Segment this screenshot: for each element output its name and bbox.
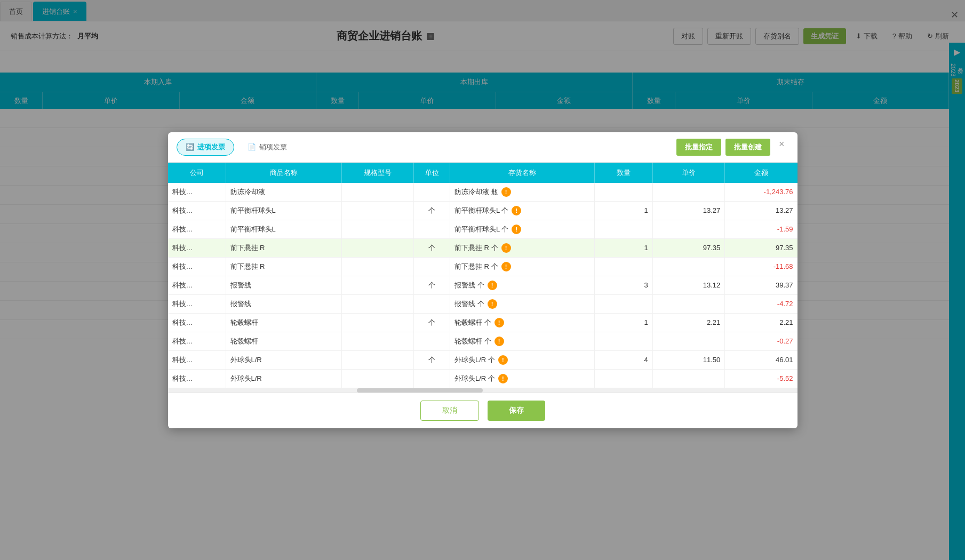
data-cell: 2.21 (652, 313, 725, 332)
data-cell: -11.68 (725, 257, 797, 276)
data-cell: 个 (414, 238, 450, 257)
table-row: 科技…轮毂螺杆个轮毂螺杆 个!12.212.21 (168, 313, 797, 332)
data-cell (652, 257, 725, 276)
data-cell: 4 (595, 350, 653, 369)
data-cell: 个 (414, 276, 450, 294)
data-cell: 13.27 (652, 201, 725, 220)
table-row: 科技…外球头L/R外球头L/R 个!-5.52 (168, 369, 797, 388)
data-cell: 1 (595, 201, 653, 220)
batch-create-button[interactable]: 批量创建 (725, 139, 770, 156)
data-cell: 39.37 (725, 276, 797, 294)
warning-icon[interactable]: ! (501, 243, 511, 253)
warning-icon[interactable]: ! (501, 262, 511, 271)
table-row: 科技…防冻冷却液防冻冷却液 瓶!-1,243.76 (168, 183, 797, 202)
data-cell: 科技… (168, 220, 226, 238)
warning-icon[interactable]: ! (488, 299, 497, 309)
col-header-unit: 单位 (414, 163, 450, 183)
invoice-table-body: 科技…防冻冷却液防冻冷却液 瓶!-1,243.76科技…前平衡杆球头L个前平衡杆… (168, 183, 797, 388)
data-cell: 防冻冷却液 (226, 183, 341, 202)
data-cell: -1.59 (725, 220, 797, 238)
data-cell: 轮毂螺杆 (226, 332, 341, 350)
table-row: 科技…轮毂螺杆轮毂螺杆 个!-0.27 (168, 332, 797, 350)
data-cell (652, 183, 725, 202)
col-header-company: 公司 (168, 163, 226, 183)
data-cell: 科技… (168, 183, 226, 202)
data-cell (341, 238, 414, 257)
col-header-unit-price: 单价 (652, 163, 725, 183)
data-cell: 97.35 (652, 238, 725, 257)
warning-icon[interactable]: ! (498, 355, 508, 365)
data-cell: -0.27 (725, 332, 797, 350)
data-cell (414, 294, 450, 313)
inbound-icon: 🔄 (186, 143, 194, 151)
table-row: 科技…前平衡杆球头L前平衡杆球头L 个!-1.59 (168, 220, 797, 238)
data-cell: 前平衡杆球头L (226, 220, 341, 238)
data-cell: 个 (414, 350, 450, 369)
data-cell: 科技… (168, 201, 226, 220)
data-cell: -5.52 (725, 369, 797, 388)
table-row: 科技…前下悬挂 R个前下悬挂 R 个!197.3597.35 (168, 238, 797, 257)
data-cell: 报警线 (226, 276, 341, 294)
warning-icon[interactable]: ! (512, 206, 521, 215)
data-cell (595, 183, 653, 202)
data-cell: 个 (414, 201, 450, 220)
data-cell: 外球头L/R (226, 350, 341, 369)
data-cell: -4.72 (725, 294, 797, 313)
inventory-cell: 前下悬挂 R 个! (450, 238, 594, 257)
warning-icon[interactable]: ! (495, 318, 504, 327)
inventory-cell: 外球头L/R 个! (450, 369, 594, 388)
data-cell (652, 294, 725, 313)
data-cell (341, 201, 414, 220)
data-cell (595, 220, 653, 238)
data-cell: 13.12 (652, 276, 725, 294)
tab-outbound-invoice[interactable]: 📄 销项发票 (238, 139, 296, 156)
data-cell (341, 350, 414, 369)
modal-scrollbar[interactable] (168, 388, 797, 393)
data-cell (341, 294, 414, 313)
data-cell: 科技… (168, 294, 226, 313)
data-cell (652, 369, 725, 388)
data-cell: 科技… (168, 276, 226, 294)
col-header-amount: 金额 (725, 163, 797, 183)
data-cell: 轮毂螺杆 (226, 313, 341, 332)
data-cell: 13.27 (725, 201, 797, 220)
data-cell: 外球头L/R (226, 369, 341, 388)
data-cell: 科技… (168, 313, 226, 332)
data-cell: 科技… (168, 369, 226, 388)
data-cell (595, 257, 653, 276)
save-button[interactable]: 保存 (488, 401, 545, 421)
data-cell: 报警线 (226, 294, 341, 313)
data-cell (652, 220, 725, 238)
batch-assign-button[interactable]: 批量指定 (676, 139, 721, 156)
tab-inbound-invoice[interactable]: 🔄 进项发票 (177, 139, 234, 156)
warning-icon[interactable]: ! (512, 225, 521, 234)
data-cell: 11.50 (652, 350, 725, 369)
data-cell (652, 332, 725, 350)
warning-icon[interactable]: ! (495, 337, 504, 346)
data-cell (414, 220, 450, 238)
warning-icon[interactable]: ! (488, 281, 497, 290)
data-cell (341, 220, 414, 238)
inventory-cell: 报警线 个! (450, 276, 594, 294)
data-cell (595, 369, 653, 388)
inventory-cell: 防冻冷却液 瓶! (450, 183, 594, 202)
data-cell: 1 (595, 313, 653, 332)
data-cell (341, 313, 414, 332)
warning-icon[interactable]: ! (498, 374, 508, 383)
cancel-button[interactable]: 取消 (420, 401, 479, 421)
inventory-cell: 外球头L/R 个! (450, 350, 594, 369)
modal-table-wrap: 公司 商品名称 规格型号 单位 存货名称 数量 单价 金额 科技…防冻冷却液防冻… (168, 163, 797, 388)
data-cell: 前下悬挂 R (226, 238, 341, 257)
data-cell: 1 (595, 238, 653, 257)
data-cell: -1,243.76 (725, 183, 797, 202)
warning-icon[interactable]: ! (501, 187, 511, 197)
modal-close-button[interactable]: × (775, 139, 789, 156)
data-cell: 46.01 (725, 350, 797, 369)
outbound-icon: 📄 (248, 143, 256, 151)
data-cell: 前下悬挂 R (226, 257, 341, 276)
data-cell: 前平衡杆球头L (226, 201, 341, 220)
modal-scrollbar-thumb[interactable] (357, 388, 483, 393)
col-header-product-name: 商品名称 (226, 163, 341, 183)
table-row: 科技…报警线报警线 个!-4.72 (168, 294, 797, 313)
data-cell (341, 183, 414, 202)
